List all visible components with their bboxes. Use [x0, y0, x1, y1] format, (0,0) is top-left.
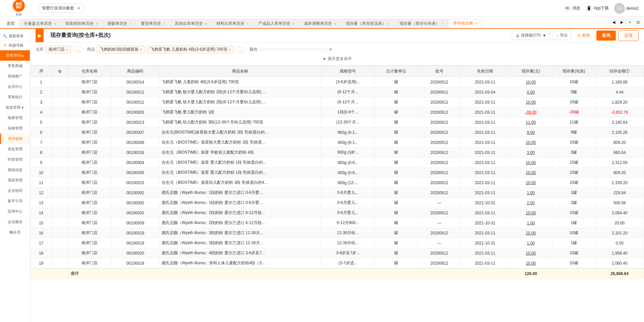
cell-code: 00100005: [111, 168, 159, 178]
sidebar-item-inventory[interactable]: 库存核算: [0, 133, 30, 144]
cell-stock-main[interactable]: 10.00: [509, 178, 552, 188]
sidebar-nav[interactable]: ⚡ 快捷导航: [0, 41, 30, 50]
expand-more-btn[interactable]: ▼ 展开更多条件: [322, 56, 352, 62]
cell-stock-main[interactable]: 9.00: [509, 127, 552, 138]
close-icon[interactable]: ×: [205, 22, 207, 26]
close-icon[interactable]: ×: [388, 22, 390, 26]
tab-close-btn[interactable]: ×: [627, 19, 633, 25]
cell-balance: 509.56: [595, 198, 644, 208]
cell-stock-main[interactable]: 1.00: [509, 218, 552, 228]
cell-name: 惠氏启颜（Wyeth illuma）亲和人体儿童配方奶粉4段（3...: [160, 258, 321, 269]
tab-kucun-pici[interactable]: 库存批次账 ×: [449, 19, 482, 28]
close-icon[interactable]: ×: [442, 22, 444, 26]
color-dropdown[interactable]: [260, 49, 327, 51]
cell-stock-main[interactable]: 10.00: [509, 138, 552, 148]
tab-fenpan[interactable]: 分量盘点单历史 ×: [19, 19, 60, 28]
sidebar-item-purchase[interactable]: 采购管理: [0, 123, 30, 133]
sidebar-item-retail-mgmt[interactable]: 零售管理 ▶: [0, 50, 30, 61]
col-settings[interactable]: ⚙: [52, 66, 68, 77]
cell-stock-main[interactable]: 2.00: [509, 198, 552, 208]
query-btn[interactable]: 查询: [596, 31, 616, 41]
cell-warehouse: 南岸门店: [68, 117, 111, 127]
cell-stock-main[interactable]: 10.00: [509, 208, 552, 218]
cell-batch: 20200612: [418, 168, 461, 178]
sidebar-item-member2[interactable]: 畅会员: [0, 227, 30, 237]
cell-idx: 5: [31, 117, 52, 127]
sidebar-item-retail-stats[interactable]: 零售统计: [0, 92, 30, 102]
close-icon[interactable]: ×: [334, 22, 336, 26]
workspace-selector[interactable]: 母婴行业演示账套 ▼: [39, 4, 84, 13]
tab-prev-btn[interactable]: ◀: [610, 19, 617, 25]
sidebar-label: 系统管理: [8, 178, 22, 183]
cell-name: 合生元（BIOSTIME）派星 学龄前儿童配方奶粉 4段: [160, 148, 321, 158]
sidebar-item-wechat[interactable]: 企业微信: [0, 217, 30, 227]
template-print-btn[interactable]: 🖨 按模板打印 ▼: [512, 31, 550, 40]
sidebar-item-finance[interactable]: 资金管理: [0, 144, 30, 154]
tab-xianc-fb[interactable]: 现存量（库存分布表） ×: [395, 19, 448, 28]
sidebar-item-marketing[interactable]: 营销推广: [0, 71, 30, 82]
tab-home[interactable]: 首页: [3, 19, 19, 28]
sidebar-item-member[interactable]: 会员中心: [0, 82, 30, 92]
cell-stock-main[interactable]: 3.00: [509, 148, 552, 158]
product-tag-2[interactable]: 飞鹤星飞帆 儿童奶粉 4段(3-6岁适用) 700克 ×: [147, 46, 234, 53]
message-btn[interactable]: ✉ 消息: [564, 5, 580, 12]
tab-diaopo[interactable]: 调拨单历史 ×: [103, 19, 136, 28]
close-icon[interactable]: ×: [292, 22, 294, 26]
cell-name: 惠氏启颜（Wyeth illuma）1段奶粉 爱尔兰进口 0-6月婴...: [160, 188, 321, 198]
close-icon[interactable]: ×: [129, 22, 131, 26]
sidebar-item-system[interactable]: 系统管理: [0, 175, 30, 185]
warehouse-tag[interactable]: 南岸门店 ×: [46, 46, 71, 53]
cell-stock-main[interactable]: 10.00: [509, 228, 552, 238]
tab-next-btn[interactable]: ▶: [619, 19, 625, 25]
cell-stock-main[interactable]: 1.00: [509, 238, 552, 248]
app-download-btn[interactable]: 📱 App下载: [586, 5, 609, 12]
sidebar-item-cooperation[interactable]: 企业协同: [0, 185, 30, 196]
cell-stock-main[interactable]: 10.00: [509, 97, 552, 107]
cell-name: 惠氏启颜（Wyeth illuma）4段奶粉 爱尔兰进口 3-6岁及7...: [160, 248, 321, 258]
sidebar-item-ecommerce[interactable]: 电商管理: [0, 113, 30, 123]
sidebar-item-basic[interactable]: 基础信息: [0, 165, 30, 175]
expand-sidebar-btn[interactable]: ▶: [36, 29, 44, 44]
sidebar-item-guide[interactable]: 新手引导: [0, 196, 30, 206]
export-btn[interactable]: ↓ 导出: [553, 31, 572, 40]
cell-stock-main[interactable]: 10.00: [509, 77, 552, 87]
product-tag-1[interactable]: 飞鹤奶粉3段四罐搭装 ×: [97, 46, 145, 53]
product-more[interactable]: …: [236, 47, 246, 53]
sidebar-search[interactable]: 🔍 搜索菜单: [0, 32, 30, 41]
cell-stock-main[interactable]: 0.00: [509, 87, 552, 97]
tab-xianc-kz[interactable]: 现存量（库存状况表） ×: [341, 19, 394, 28]
cell-batch: —: [418, 198, 461, 208]
user-menu[interactable]: Ea demo2: [614, 3, 639, 14]
warehouse-more[interactable]: …: [73, 47, 83, 53]
cell-stock-main[interactable]: 11.00: [509, 117, 552, 127]
cell-stock-main[interactable]: 10.00: [509, 168, 552, 178]
remove-product-2-icon[interactable]: ×: [229, 48, 231, 52]
close-icon[interactable]: ×: [475, 21, 477, 25]
tab-yaohuo[interactable]: 要货单历史 ×: [137, 19, 169, 28]
remove-warehouse-icon[interactable]: ×: [66, 48, 68, 52]
tab-chengben[interactable]: 成本调整单历史 ×: [300, 19, 340, 28]
cell-stock-main[interactable]: 10.00: [509, 158, 552, 168]
cell-balance: 2,312.00: [595, 158, 644, 168]
cell-stock-main[interactable]: 1.00: [509, 188, 552, 198]
sidebar-item-retail-mall[interactable]: 零售商城: [0, 61, 30, 71]
cell-stock-main[interactable]: 10.00: [509, 258, 552, 269]
close-icon[interactable]: ×: [96, 22, 98, 26]
sidebar-item-app[interactable]: 应用中心: [0, 206, 30, 217]
tab-chanchenpin[interactable]: 产成品入库单历史 ×: [254, 19, 299, 28]
refresh-btn[interactable]: ↻ 刷新: [574, 31, 594, 40]
remove-product-1-icon[interactable]: ×: [140, 48, 142, 52]
sidebar-item-wholesale[interactable]: 批发管理 ▼: [0, 102, 30, 113]
tab-qita[interactable]: 其他出库单历史 ×: [170, 19, 211, 28]
cell-stock-main[interactable]: 10.00: [509, 248, 552, 258]
tab-cailiao[interactable]: 材料出库单历史 ×: [212, 19, 253, 28]
cell-stock-main[interactable]: -39.00: [509, 107, 552, 117]
tab-max-btn[interactable]: ⊡: [635, 19, 641, 25]
color-expand-icon[interactable]: ▼: [329, 47, 333, 52]
close-icon[interactable]: ×: [54, 22, 56, 26]
close-icon[interactable]: ×: [163, 22, 165, 26]
close-icon[interactable]: ×: [247, 22, 249, 26]
tab-zuhe[interactable]: 组装拆卸单历史 ×: [61, 19, 102, 28]
sidebar-item-operation[interactable]: 经营管理: [0, 154, 30, 165]
settings-btn[interactable]: 设置: [619, 30, 639, 41]
